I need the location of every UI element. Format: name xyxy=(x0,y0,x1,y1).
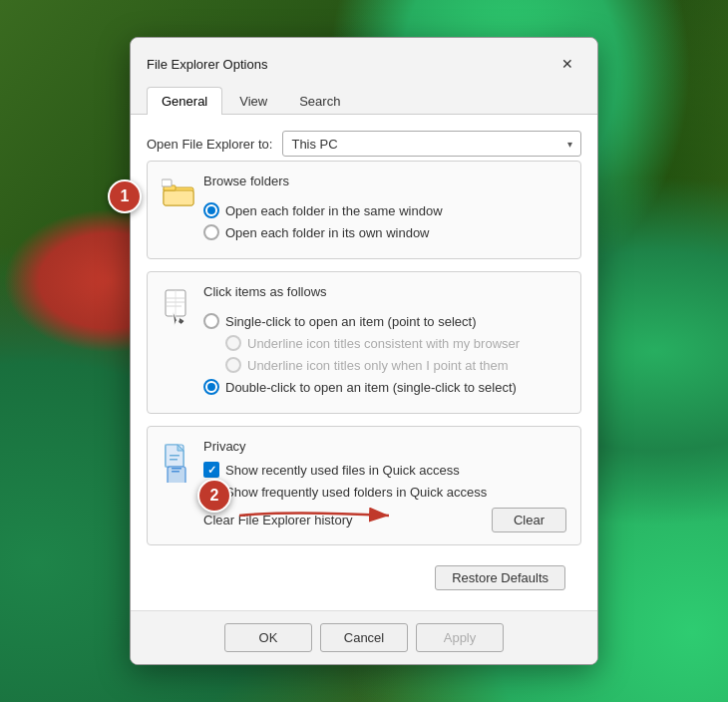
single-click-radio[interactable] xyxy=(203,313,219,329)
file-explorer-options-dialog: File Explorer Options ✕ General View Sea… xyxy=(130,37,598,665)
tab-search[interactable]: Search xyxy=(284,87,355,115)
bottom-buttons: OK Cancel Apply xyxy=(131,610,597,664)
browse-same-window-option[interactable]: Open each folder in the same window xyxy=(203,202,566,218)
privacy-content: Privacy Show recently used files in Quic… xyxy=(203,439,566,532)
underline-point-radio xyxy=(225,357,241,373)
svg-rect-18 xyxy=(172,471,180,473)
click-items-options: Single-click to open an item (point to s… xyxy=(203,307,566,401)
tab-bar: General View Search xyxy=(131,78,597,115)
close-button[interactable]: ✕ xyxy=(553,50,581,78)
click-items-content: Click items as follows Single-click to o… xyxy=(203,284,566,401)
title-bar: File Explorer Options ✕ xyxy=(131,38,597,78)
browse-own-window-radio[interactable] xyxy=(203,224,219,240)
content-area: Open File Explorer to: This PC ▾ xyxy=(131,115,597,610)
clear-history-row: Clear File Explorer history Clear xyxy=(203,508,566,532)
tab-general[interactable]: General xyxy=(147,87,222,115)
privacy-options: Show recently used files in Quick access… xyxy=(203,462,566,500)
underline-point-option: Underline icon titles only when I point … xyxy=(225,357,566,373)
click-items-header: Click items as follows Single-click to o… xyxy=(162,284,566,401)
double-click-radio[interactable] xyxy=(203,379,219,395)
svg-rect-15 xyxy=(170,459,178,461)
click-cursor-icon xyxy=(162,288,197,330)
apply-button[interactable]: Apply xyxy=(416,623,504,652)
browse-folders-section: Browse folders Open each folder in the s… xyxy=(147,161,581,259)
annotation-1: 1 xyxy=(108,179,142,213)
click-items-icon-area xyxy=(162,284,197,333)
open-explorer-row: Open File Explorer to: This PC ▾ xyxy=(147,131,581,157)
privacy-title: Privacy xyxy=(203,439,566,454)
recent-files-checkbox[interactable] xyxy=(203,462,219,478)
clear-label: Clear File Explorer history xyxy=(203,513,353,527)
browse-folders-title: Browse folders xyxy=(203,174,566,188)
browse-own-window-option[interactable]: Open each folder in its own window xyxy=(203,224,566,240)
svg-rect-17 xyxy=(172,468,182,470)
ok-button[interactable]: OK xyxy=(224,623,312,652)
tab-view[interactable]: View xyxy=(224,87,282,115)
annotation-2: 2 xyxy=(197,479,231,513)
browse-same-window-radio[interactable] xyxy=(203,202,219,218)
restore-row: Restore Defaults xyxy=(147,557,581,594)
frequent-folders-option[interactable]: Show frequently used folders in Quick ac… xyxy=(203,484,566,500)
double-click-option[interactable]: Double-click to open an item (single-cli… xyxy=(203,379,566,395)
chevron-down-icon: ▾ xyxy=(567,139,572,150)
clear-button[interactable]: Clear xyxy=(492,508,566,532)
open-to-value: This PC xyxy=(291,137,337,152)
underline-browser-radio xyxy=(225,335,241,351)
svg-rect-4 xyxy=(162,179,172,186)
browse-folders-content: Browse folders Open each folder in the s… xyxy=(203,174,566,246)
dialog-title: File Explorer Options xyxy=(147,57,267,72)
open-to-dropdown[interactable]: This PC ▾ xyxy=(282,131,581,157)
recent-files-option[interactable]: Show recently used files in Quick access xyxy=(203,462,566,478)
browse-folders-icon-area xyxy=(162,174,197,210)
browse-folders-options: Open each folder in the same window Open… xyxy=(203,196,566,246)
single-click-option[interactable]: Single-click to open an item (point to s… xyxy=(203,313,566,329)
click-items-title: Click items as follows xyxy=(203,284,566,299)
privacy-icon xyxy=(162,443,197,483)
privacy-icon-area xyxy=(162,439,197,486)
underline-browser-option: Underline icon titles consistent with my… xyxy=(225,335,566,351)
cancel-button[interactable]: Cancel xyxy=(320,623,408,652)
restore-defaults-button[interactable]: Restore Defaults xyxy=(435,565,565,590)
click-items-section: Click items as follows Single-click to o… xyxy=(147,271,581,414)
svg-rect-2 xyxy=(164,190,193,205)
open-to-label: Open File Explorer to: xyxy=(147,137,272,152)
folder-icon xyxy=(162,177,197,207)
svg-rect-14 xyxy=(170,455,180,457)
browse-folders-header: Browse folders Open each folder in the s… xyxy=(162,174,566,246)
